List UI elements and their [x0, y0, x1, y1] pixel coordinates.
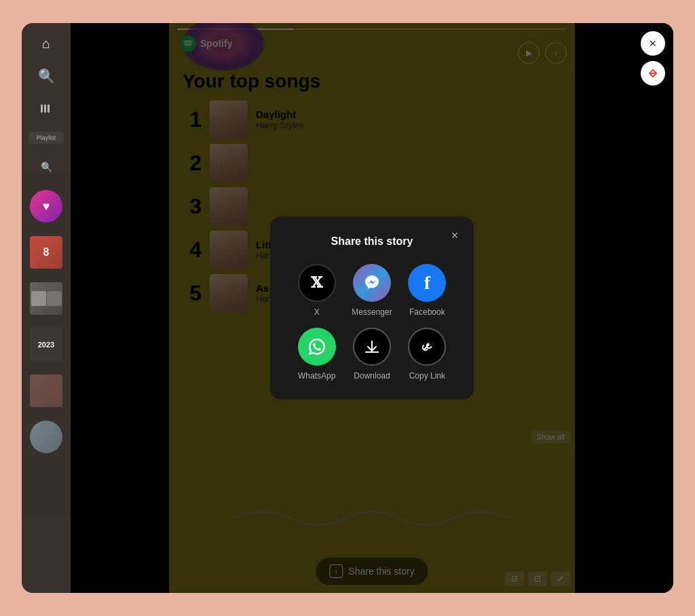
whatsapp-icon: [307, 336, 327, 357]
share-facebook-label: Facebook: [409, 307, 445, 317]
share-download-label: Download: [354, 371, 390, 381]
sidebar-item-library[interactable]: [37, 99, 56, 118]
share-x-label: X: [314, 307, 320, 317]
close-icon: ✕: [649, 38, 657, 49]
link-icon: [418, 338, 436, 355]
share-messenger-label: Messenger: [352, 307, 392, 317]
sidebar-item-home[interactable]: ⌂: [37, 34, 56, 53]
share-options-grid: 𝕏 X Messenger: [292, 264, 452, 381]
x-icon: 𝕏: [311, 274, 322, 292]
left-black-panel: [71, 23, 169, 593]
window-controls: ✕: [641, 31, 665, 85]
share-copylink-label: Copy Link: [409, 371, 445, 381]
app-frame: ⌂ 🔍 Playlist 🔍 ♥ 8 2023: [22, 23, 673, 593]
sidebar-playlist-item-3[interactable]: [30, 282, 62, 315]
svg-rect-2: [48, 104, 50, 113]
sidebar: ⌂ 🔍 Playlist 🔍 ♥ 8 2023: [22, 23, 71, 593]
x-icon-container: 𝕏: [298, 264, 336, 302]
whatsapp-icon-container: [298, 328, 336, 366]
share-option-whatsapp[interactable]: WhatsApp: [292, 328, 341, 381]
share-option-copylink[interactable]: Copy Link: [402, 328, 452, 381]
share-option-x[interactable]: 𝕏 X: [292, 264, 341, 317]
share-whatsapp-label: WhatsApp: [298, 371, 335, 381]
svg-rect-1: [44, 104, 46, 113]
sidebar-item-search[interactable]: 🔍: [37, 66, 56, 85]
right-black-panel: Show all ⊟ ⊡ ⤢: [575, 23, 673, 593]
modal-title: Share this story: [292, 235, 452, 248]
facebook-icon: f: [424, 272, 430, 294]
messenger-icon: [362, 273, 381, 292]
sidebar-playlist-item-5[interactable]: [30, 374, 62, 407]
copylink-icon-container: [408, 328, 446, 366]
sidebar-playlist-item-avatar[interactable]: [30, 421, 62, 453]
download-icon-container: [353, 328, 391, 366]
sidebar-playlist-item-4[interactable]: 2023: [30, 328, 62, 361]
share-modal: × Share this story 𝕏 X: [270, 216, 474, 400]
close-window-button[interactable]: ✕: [641, 31, 665, 56]
share-option-download[interactable]: Download: [347, 328, 396, 381]
share-option-facebook[interactable]: f Facebook: [402, 264, 452, 317]
story-panel: Spotify ▶ ♪ Your top songs 1: [169, 23, 575, 593]
main-content: Spotify ▶ ♪ Your top songs 1: [71, 23, 673, 593]
sidebar-playlist-item-2[interactable]: 8: [30, 236, 62, 269]
resize-icon: [647, 67, 659, 79]
modal-close-button[interactable]: ×: [447, 227, 463, 244]
sidebar-search-playlist[interactable]: 🔍: [37, 157, 56, 176]
resize-window-button[interactable]: [641, 61, 665, 85]
sidebar-playlist-item-1[interactable]: ♥: [30, 190, 62, 223]
share-option-messenger[interactable]: Messenger: [347, 264, 396, 317]
svg-rect-0: [41, 104, 43, 113]
facebook-icon-container: f: [408, 264, 446, 302]
download-icon: [363, 338, 381, 355]
modal-overlay[interactable]: × Share this story 𝕏 X: [169, 23, 575, 593]
messenger-icon-container: [353, 264, 391, 302]
sidebar-playlist-label: Playlist: [29, 132, 64, 144]
